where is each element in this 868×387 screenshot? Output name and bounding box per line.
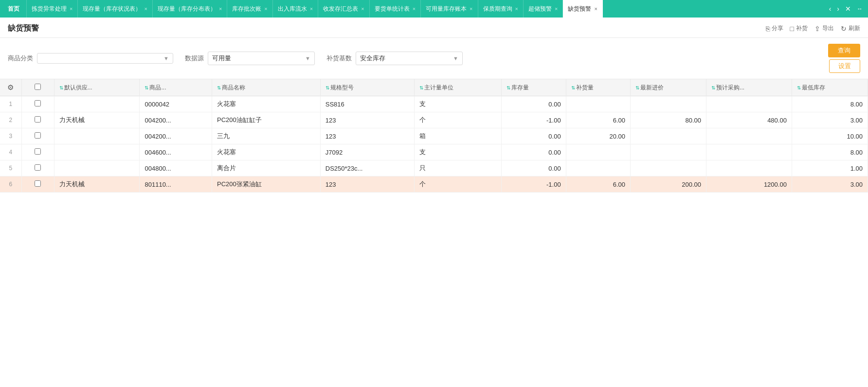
row-name-6: PC200张紧油缸 (212, 176, 321, 193)
sort-icon-name: ⇅ (217, 85, 221, 90)
row-checkbox-2[interactable] (21, 112, 54, 128)
row-stock-2: -1.00 (502, 112, 566, 128)
tab-label-inout-flow: 出入库流水 (278, 5, 307, 13)
row-checkbox-3[interactable] (21, 128, 54, 144)
row-select-checkbox-6[interactable] (35, 180, 41, 187)
tab-close-order-stats[interactable]: × (413, 6, 416, 12)
refresh-icon: ↻ (841, 25, 847, 33)
tab-label-recv-summary: 收发存汇总表 (323, 5, 358, 13)
tab-close-recv-summary[interactable]: × (361, 6, 364, 12)
tab-expiry-query[interactable]: 保质期查询× (478, 0, 524, 18)
tab-order-stats[interactable]: 要货单统计表× (370, 0, 421, 18)
row-min-stock-5: 1.00 (792, 160, 868, 176)
row-select-checkbox-4[interactable] (35, 148, 41, 155)
tab-close-inventory-dist[interactable]: × (219, 6, 222, 12)
row-checkbox-5[interactable] (21, 160, 54, 176)
row-spec-4: J7092 (320, 144, 414, 160)
column-restock-qty: ⇅补货量 (566, 79, 630, 96)
tab-recv-summary[interactable]: 收发存汇总表× (318, 0, 369, 18)
row-checkbox-6[interactable] (21, 176, 54, 193)
sort-icon-supplier: ⇅ (59, 85, 63, 90)
row-spec-3: 123 (320, 128, 414, 144)
row-min-stock-4: 8.00 (792, 144, 868, 160)
row-select-checkbox-3[interactable] (35, 132, 41, 139)
row-index-4: 4 (0, 144, 21, 160)
tab-nav-buttons: ‹ › ✕ ↔ (827, 4, 867, 14)
row-name-3: 三九 (212, 128, 321, 144)
tab-close-avail-ledger[interactable]: × (470, 6, 472, 12)
replenish-select[interactable]: 安全库存 ▼ (356, 52, 463, 65)
row-min-stock-2: 3.00 (792, 112, 868, 128)
row-price-6: 200.00 (631, 176, 706, 193)
row-name-5: 离合片 (212, 160, 321, 176)
row-code-6: 801110... (140, 176, 212, 193)
tab-avail-ledger[interactable]: 可用量库存账本× (421, 0, 478, 18)
row-restock-1 (566, 96, 630, 112)
tab-inventory-status[interactable]: 现存量（库存状况表）× (78, 0, 152, 18)
row-price-5 (631, 160, 706, 176)
row-min-stock-3: 10.00 (792, 128, 868, 144)
column-product-name: ⇅商品名称 (212, 79, 321, 96)
tab-close-batch-account[interactable]: × (264, 6, 267, 12)
share-icon: ⎘ (766, 25, 770, 33)
tab-prev-button[interactable]: ‹ (827, 4, 834, 14)
row-select-checkbox-1[interactable] (35, 100, 41, 106)
select-all-checkbox[interactable] (35, 84, 41, 90)
row-restock-6: 6.00 (566, 176, 630, 193)
row-select-checkbox-5[interactable] (35, 164, 41, 171)
row-stock-4: 0.00 (502, 144, 566, 160)
tab-close-inout-flow[interactable]: × (310, 6, 313, 12)
tab-close-defect-handling[interactable]: × (70, 6, 72, 12)
row-select-checkbox-2[interactable] (35, 116, 41, 123)
tab-inventory-dist[interactable]: 现存量（库存分布表）× (153, 0, 227, 18)
refresh-button[interactable]: ↻ 刷新 (841, 24, 860, 33)
row-supplier-3 (54, 128, 140, 144)
tab-expand-button[interactable]: ↔ (854, 4, 865, 13)
row-index-1: 1 (0, 96, 21, 112)
filter-bar: 商品分类 ▼ 数据源 可用量 ▼ 补货基数 安全库存 ▼ 查询 设置 (0, 38, 868, 79)
page-container: 缺货预警 ⎘ 分享 □ 补货 ⇪ 导出 ↻ 刷新 商品分类 (0, 18, 868, 387)
tab-inout-flow[interactable]: 出入库流水× (273, 0, 318, 18)
column-est-purchase: ⇅预计采购... (706, 79, 792, 96)
page-title: 缺货预警 (8, 23, 766, 34)
tab-next-button[interactable]: › (834, 4, 842, 14)
tab-label-batch-account: 库存批次账 (232, 5, 261, 13)
restock-button[interactable]: □ 补货 (790, 24, 808, 33)
tab-home[interactable]: 首页 (1, 0, 27, 18)
tab-close-overstock-warn[interactable]: × (555, 6, 558, 12)
table-row: 6 力天机械 801110... PC200张紧油缸 123 个 -1.00 6… (0, 176, 868, 193)
gear-icon[interactable]: ⚙ (7, 83, 14, 92)
tab-batch-account[interactable]: 库存批次账× (227, 0, 272, 18)
tab-overstock-warn[interactable]: 超储预警× (524, 0, 563, 18)
tab-defect-handling[interactable]: 拣货异常处理× (27, 0, 78, 18)
datasource-select[interactable]: 可用量 ▼ (208, 52, 315, 65)
sort-icon-price: ⇅ (635, 85, 639, 90)
settings-button[interactable]: 设置 (829, 59, 860, 73)
row-code-3: 004200... (140, 128, 212, 144)
tab-close-expiry-query[interactable]: × (515, 6, 518, 12)
replenish-filter-group: 补货基数 安全库存 ▼ (326, 52, 463, 65)
category-select[interactable]: ▼ (37, 53, 173, 64)
row-unit-1: 支 (414, 96, 502, 112)
row-spec-2: 123 (320, 112, 414, 128)
query-button[interactable]: 查询 (828, 44, 860, 57)
tab-close-shortage-warn[interactable]: × (594, 6, 597, 12)
sort-icon-est: ⇅ (711, 85, 715, 90)
filter-actions: 查询 设置 (828, 44, 860, 73)
column-gear[interactable]: ⚙ (0, 79, 21, 96)
column-checkbox[interactable] (21, 79, 54, 96)
export-button[interactable]: ⇪ 导出 (814, 24, 834, 33)
row-index-5: 5 (0, 160, 21, 176)
column-latest-price: ⇅最新进价 (631, 79, 706, 96)
row-checkbox-1[interactable] (21, 96, 54, 112)
sort-icon-unit: ⇅ (419, 85, 423, 90)
row-price-3 (631, 128, 706, 144)
tab-close-inventory-status[interactable]: × (144, 6, 147, 12)
row-spec-1: SS816 (320, 96, 414, 112)
tab-shortage-warn[interactable]: 缺货预警× (563, 0, 602, 18)
column-product-code: ⇅商品... (140, 79, 212, 96)
row-supplier-5 (54, 160, 140, 176)
tab-close-button[interactable]: ✕ (843, 4, 853, 14)
share-button[interactable]: ⎘ 分享 (766, 24, 783, 33)
row-checkbox-4[interactable] (21, 144, 54, 160)
